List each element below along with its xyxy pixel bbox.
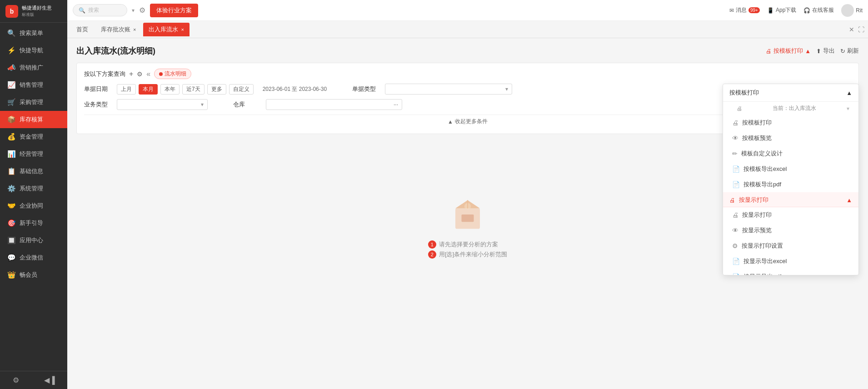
sidebar-item-guide[interactable]: 🎯新手引导: [0, 214, 67, 232]
sidebar-label-collab: 企业协同: [20, 202, 43, 210]
bill-type-select[interactable]: ▾: [385, 84, 512, 95]
tab-flow[interactable]: 出入库流水×: [143, 23, 189, 36]
message-btn[interactable]: ✉ 消息 99+: [729, 6, 760, 14]
sidebar-item-member[interactable]: 👑畅会员: [0, 266, 67, 284]
display-excel-icon: 📄: [732, 258, 740, 265]
sidebar-item-finance[interactable]: 💰资金管理: [0, 128, 67, 145]
sidebar-item-search[interactable]: 🔍搜索菜单: [0, 25, 67, 42]
sidebar-item-operation[interactable]: 📊经营管理: [0, 145, 67, 163]
tab-label-home: 首页: [76, 25, 88, 34]
display-preview-icon: 👁: [732, 227, 738, 234]
app-download-btn[interactable]: 📱 App下载: [767, 6, 796, 14]
purchase-icon: 🛒: [7, 98, 16, 106]
dropdown-item-template-excel[interactable]: 📄按模板导出excel: [723, 161, 858, 177]
date-btn-自定义[interactable]: 自定义: [229, 84, 254, 95]
business-type-chevron: ▾: [201, 101, 204, 108]
filter-collapse-btn[interactable]: «: [146, 70, 150, 78]
sidebar-label-sales: 销售管理: [20, 81, 43, 89]
message-icon: ✉: [729, 7, 734, 14]
date-btn-本年[interactable]: 本年: [160, 84, 180, 95]
header-search[interactable]: 🔍 搜索: [73, 4, 127, 16]
message-badge: 99+: [748, 7, 760, 13]
sidebar-item-inventory[interactable]: 📦库存核算: [0, 111, 67, 128]
date-filter: 上月本月本年近7天更多自定义: [117, 84, 254, 95]
date-btn-本月[interactable]: 本月: [139, 84, 158, 95]
date-range: 2023-06-01 至 2023-06-30: [263, 85, 327, 93]
collapse-icon[interactable]: ◀▐: [44, 376, 55, 384]
dropdown-item-template-pdf[interactable]: 📄按模板导出pdf: [723, 177, 858, 192]
sidebar-item-wechat[interactable]: 💬企业微信: [0, 249, 67, 266]
page-title: 出入库流水(流水明细): [76, 45, 155, 56]
tab-label-batch: 库存批次账: [101, 25, 130, 34]
refresh-btn[interactable]: ↻ 刷新: [840, 47, 859, 55]
dropdown-item-template-print[interactable]: 🖨按模板打印: [723, 115, 858, 130]
step-2-num: 2: [428, 250, 436, 259]
dropdown-item-display-print[interactable]: 🖨按显示打印: [723, 207, 858, 223]
filter-gear-btn[interactable]: ⚙: [137, 70, 143, 78]
display-print-icon: 🖨: [732, 211, 738, 219]
bill-type-chevron: ▾: [505, 86, 508, 92]
settings-icon[interactable]: ⚙: [13, 376, 19, 384]
tab-close-flow[interactable]: ×: [181, 27, 184, 32]
dropdown-item-template-preview[interactable]: 👁按模板预览: [723, 130, 858, 146]
sales-icon: 📈: [7, 81, 16, 89]
inventory-icon: 📦: [7, 115, 16, 124]
guide-icon: 🎯: [7, 219, 16, 227]
display-pdf-icon: 📄: [732, 273, 740, 275]
sidebar-item-apps[interactable]: 🔲应用中心: [0, 232, 67, 249]
sidebar-label-basic: 基础信息: [20, 167, 43, 175]
sidebar-label-quick-nav: 快捷导航: [20, 46, 43, 55]
filter-add-btn[interactable]: +: [129, 70, 133, 78]
sidebar-item-basic[interactable]: 📋基础信息: [0, 163, 67, 180]
print-template-btn[interactable]: 🖨 按模板打印 ▲: [766, 47, 811, 55]
wechat-icon: 💬: [7, 254, 16, 262]
display-pdf-label: 按显示导出pdf: [743, 273, 781, 275]
warehouse-chevron: ···: [394, 101, 398, 108]
sidebar-label-search: 搜索菜单: [20, 29, 43, 37]
dropdown-header[interactable]: 按模板打印 ▲: [723, 84, 858, 102]
customer-service-btn[interactable]: 🎧 在线客服: [803, 6, 834, 14]
warehouse-select[interactable]: ···: [266, 99, 402, 110]
basic-icon: 📋: [7, 167, 16, 175]
dropdown-item-display-print-settings[interactable]: ⚙按显示打印设置: [723, 238, 858, 254]
dropdown-item-display-pdf[interactable]: 📄按显示导出pdf: [723, 269, 858, 275]
template-items-group: 🖨按模板打印👁按模板预览✏模板自定义设计📄按模板导出excel📄按模板导出pdf: [723, 115, 858, 192]
sidebar-label-operation: 经营管理: [20, 150, 43, 158]
close-tab-icon[interactable]: ✕: [849, 26, 854, 33]
tab-home[interactable]: 首页: [71, 23, 94, 36]
bill-type-label: 单据类型: [352, 85, 378, 93]
print-chevron-icon: ▲: [805, 48, 811, 55]
sidebar-item-purchase[interactable]: 🛒采购管理: [0, 94, 67, 111]
date-btn-上月[interactable]: 上月: [117, 84, 136, 95]
dropdown-title: 按模板打印: [729, 89, 759, 97]
sidebar-item-marketing[interactable]: 📣营销推广: [0, 59, 67, 76]
user-avatar-area[interactable]: Rit: [841, 4, 863, 17]
display-section-header[interactable]: 🖨 按显示打印 ▲: [723, 192, 858, 207]
maximize-icon[interactable]: ⛶: [858, 26, 864, 33]
apps-icon: 🔲: [7, 236, 16, 244]
empty-steps: 1 请先选择要分析的方案 2 用[选]条件来缩小分析范围: [428, 240, 507, 260]
date-btn-更多[interactable]: 更多: [207, 84, 226, 95]
filter-title: 按以下方案查询: [84, 70, 125, 78]
sidebar-nav: 🔍搜索菜单⚡快捷导航📣营销推广📈销售管理🛒采购管理📦库存核算💰资金管理📊经营管理…: [0, 23, 67, 371]
current-template-item[interactable]: 🖨 当前：出入库流水 ▾: [723, 102, 858, 115]
business-type-select[interactable]: ▾: [117, 99, 208, 110]
dropdown-item-display-excel[interactable]: 📄按显示导出excel: [723, 254, 858, 269]
sidebar-item-quick-nav[interactable]: ⚡快捷导航: [0, 42, 67, 59]
trial-button[interactable]: 体验行业方案: [150, 4, 198, 17]
template-preview-icon: 👁: [732, 135, 738, 142]
sidebar-item-system[interactable]: ⚙️系统管理: [0, 180, 67, 197]
export-btn[interactable]: ⬆ 导出: [816, 47, 835, 55]
sidebar-item-sales[interactable]: 📈销售管理: [0, 76, 67, 94]
tab-batch[interactable]: 库存批次账×: [95, 23, 141, 36]
search-expand-icon[interactable]: ▾: [132, 7, 135, 14]
dropdown-item-display-preview[interactable]: 👁按显示预览: [723, 223, 858, 238]
dropdown-item-template-design[interactable]: ✏模板自定义设计: [723, 146, 858, 161]
header-gear-icon[interactable]: ⚙: [139, 6, 145, 15]
sidebar-item-collab[interactable]: 🤝企业协同: [0, 197, 67, 214]
tab-bar: 首页库存批次账×出入库流水× ✕ ⛶: [67, 21, 868, 38]
user-avatar: [841, 4, 854, 17]
app-version: 标准版: [22, 12, 52, 18]
tab-close-batch[interactable]: ×: [133, 27, 136, 32]
date-btn-近7天[interactable]: 近7天: [182, 84, 205, 95]
